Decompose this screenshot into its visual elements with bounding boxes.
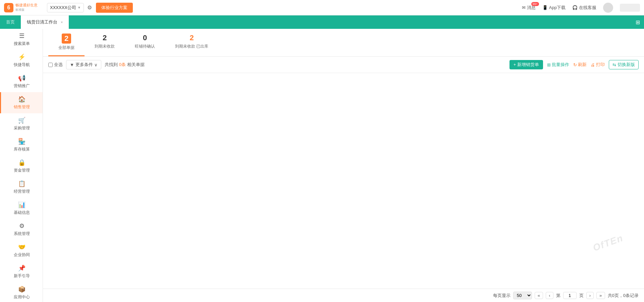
company-name: XXXXXX公司 [50, 5, 76, 11]
sidebar-label-finance: 资金管理 [14, 168, 30, 173]
add-sales-order-button[interactable]: + 新增销货单 [509, 60, 543, 69]
app-icon: 📱 [542, 5, 548, 10]
quick-nav-icon: ⚡ [18, 53, 25, 61]
sidebar-item-inventory[interactable]: 🏪 库存核算 [0, 134, 43, 156]
trial-button[interactable]: 体验行业方案 [96, 3, 133, 13]
first-page-button[interactable]: « [535, 292, 543, 299]
purchase-icon: 🛒 [18, 117, 25, 124]
sidebar-item-system[interactable]: ⚙ 系统管理 [0, 219, 43, 240]
stat-tab-overdue[interactable]: 2 到期未收款 [85, 29, 125, 56]
refresh-button[interactable]: ↻ 刷新 [573, 62, 587, 68]
page-prefix: 第 [556, 293, 560, 299]
tab-cash-daily[interactable]: 钱货日清工作台 × [21, 15, 69, 29]
stat-count-all: 2 [62, 34, 71, 44]
sidebar-item-purchase[interactable]: 🛒 采购管理 [0, 113, 43, 134]
switch-version-button[interactable]: ⇆ 切换新版 [609, 60, 639, 69]
logo-area: 6 畅捷通好生意 标准版 [4, 3, 47, 12]
stat-count-pending: 0 [143, 34, 147, 42]
sidebar-label-purchase: 采购管理 [14, 125, 30, 131]
stat-tab-all[interactable]: 2 全部单据 [48, 29, 85, 56]
finance-icon: 🔒 [18, 159, 25, 166]
prev-page-button[interactable]: ‹ [546, 292, 553, 299]
sidebar-label-basic-info: 基础信息 [14, 210, 30, 216]
next-page-button[interactable]: › [586, 292, 594, 299]
top-right-actions: ✉ 消息 99+ 📱 App下载 🎧 在线客服 [522, 3, 640, 13]
sidebar-label-operations: 经营管理 [14, 189, 30, 194]
sidebar-item-app-center[interactable]: 📦 应用中心 [0, 282, 43, 302]
sidebar: ☰ 搜索菜单 ⚡ 快捷导航 📢 营销推广 🏠 销售管理 🛒 采购管理 🏪 库存核… [0, 29, 43, 302]
stat-label-delivered: 到期未收款 已出库 [175, 44, 208, 49]
sidebar-label-app-center: 应用中心 [14, 294, 30, 300]
sidebar-item-marketing[interactable]: 📢 营销推广 [0, 71, 43, 92]
sidebar-item-quick-nav[interactable]: ⚡ 快捷导航 [0, 50, 43, 71]
table-area: OfTEn [43, 73, 644, 289]
sidebar-label-guide: 新手引导 [14, 273, 30, 279]
app-center-icon: 📦 [18, 286, 25, 293]
top-bar: 6 畅捷通好生意 标准版 XXXXXX公司 ▼ ⚙ 体验行业方案 ✉ 消息 99… [0, 0, 644, 15]
tab-close-icon[interactable]: × [61, 20, 63, 24]
sidebar-item-search-menu[interactable]: ☰ 搜索菜单 [0, 29, 43, 50]
messages-button[interactable]: ✉ 消息 99+ [522, 5, 536, 11]
sidebar-item-finance[interactable]: 🔒 资金管理 [0, 156, 43, 177]
stat-count-delivered: 2 [190, 34, 194, 42]
system-icon: ⚙ [19, 222, 24, 230]
stat-tab-pending[interactable]: 0 旺铺待确认 [125, 29, 165, 56]
batch-icon: ⊞ [547, 62, 551, 67]
operations-icon: 📋 [18, 180, 25, 187]
print-button[interactable]: 🖨 打印 [591, 62, 605, 68]
message-icon: ✉ [522, 5, 526, 10]
sales-icon: 🏠 [18, 96, 25, 103]
print-icon: 🖨 [591, 62, 595, 67]
select-all-label[interactable]: 全选 [48, 62, 63, 68]
logo-badge: 标准版 [15, 8, 38, 12]
toolbar: 全选 ▼ 更多条件 ∨ 共找到 0条 相关单据 + 新增销货单 ⊞ 批量操作 ↻… [43, 57, 644, 73]
stat-label-pending: 旺铺待确认 [135, 44, 155, 49]
sidebar-item-operations[interactable]: 📋 经营管理 [0, 177, 43, 198]
select-all-checkbox[interactable] [48, 63, 53, 67]
sidebar-item-basic-info[interactable]: 📊 基础信息 [0, 198, 43, 219]
last-page-button[interactable]: » [596, 292, 605, 299]
enterprise-icon: 🤝 [18, 243, 25, 251]
per-page-select[interactable]: 50 100 200 [513, 292, 532, 299]
more-filter-button[interactable]: ▼ 更多条件 ∨ [66, 60, 101, 69]
sidebar-item-guide[interactable]: 📌 新手引导 [0, 261, 43, 282]
nav-tabs: 首页 钱货日清工作台 × ⊞ [0, 15, 644, 29]
stat-tab-delivered[interactable]: 2 到期未收款 已出库 [165, 29, 218, 56]
batch-operation-button[interactable]: ⊞ 批量操作 [547, 62, 569, 68]
sidebar-label-search-menu: 搜索菜单 [14, 41, 30, 47]
service-icon: 🎧 [572, 5, 578, 10]
watermark-text: OfTEn [591, 233, 625, 253]
avatar[interactable] [603, 3, 613, 13]
pagination: 每页显示 50 100 200 « ‹ 第 页 › » 共0页，0条记录 [43, 289, 644, 302]
inventory-icon: 🏪 [18, 138, 25, 145]
sidebar-item-sales[interactable]: 🏠 销售管理 [0, 92, 43, 113]
found-count: 0条 [119, 62, 126, 67]
content-area: 2 全部单据 2 到期未收款 0 旺铺待确认 2 到期未收款 已出库 全选 [43, 29, 644, 302]
stat-count-overdue: 2 [103, 34, 107, 42]
sidebar-label-system: 系统管理 [14, 231, 30, 237]
per-page-label: 每页显示 [493, 293, 511, 299]
total-text: 共0页，0条记录 [608, 293, 639, 299]
tab-home[interactable]: 首页 [0, 15, 21, 29]
sidebar-label-inventory: 库存核算 [14, 146, 30, 152]
toolbar-right: + 新增销货单 ⊞ 批量操作 ↻ 刷新 🖨 打印 ⇆ 切换新版 [509, 60, 639, 69]
online-service-button[interactable]: 🎧 在线客服 [572, 5, 596, 11]
switch-icon: ⇆ [612, 62, 616, 67]
logo-icon: 6 [4, 3, 13, 12]
company-selector[interactable]: XXXXXX公司 ▼ [47, 3, 84, 12]
logo-text: 畅捷通好生意 [15, 3, 38, 7]
app-download-button[interactable]: 📱 App下载 [542, 5, 566, 11]
nav-expand-icon[interactable]: ⊞ [632, 19, 644, 25]
filter-dropdown-icon: ∨ [94, 62, 98, 67]
sidebar-label-quick-nav: 快捷导航 [14, 62, 30, 68]
stat-label-overdue: 到期未收款 [95, 44, 115, 49]
page-number-input[interactable] [563, 292, 577, 299]
search-menu-icon: ☰ [19, 32, 24, 40]
company-dropdown-arrow: ▼ [77, 6, 81, 9]
sidebar-item-enterprise[interactable]: 🤝 企业协同 [0, 240, 43, 261]
basic-info-icon: 📊 [18, 201, 25, 208]
settings-icon[interactable]: ⚙ [87, 4, 92, 11]
sidebar-label-enterprise: 企业协同 [14, 252, 30, 258]
guide-icon: 📌 [18, 264, 25, 272]
sidebar-label-marketing: 营销推广 [14, 83, 30, 89]
